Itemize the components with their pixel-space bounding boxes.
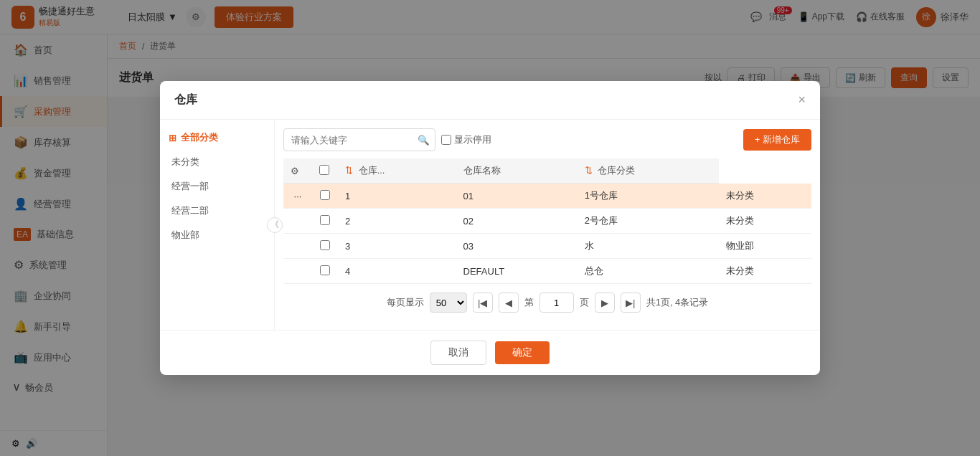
category-panel: ⊞ 全部分类 未分类 经营一部 经营二部 物业部 《 (160, 120, 275, 330)
row-category: 物业部 (719, 234, 811, 259)
sort-icon: ⇅ (345, 165, 353, 176)
page-label-pre: 第 (524, 296, 534, 309)
dialog-footer: 取消 确定 (160, 330, 820, 375)
table-row[interactable]: 3 03 水 物业部 (283, 234, 811, 259)
row-name: 总仓 (578, 259, 720, 284)
search-container: 🔍 (283, 128, 435, 151)
page-label-post: 页 (580, 296, 589, 309)
dialog-header: 仓库 × (160, 81, 820, 120)
show-disabled-toggle[interactable]: 显示停用 (441, 133, 491, 146)
row-index: 1 (338, 184, 456, 209)
row-code: 02 (456, 209, 578, 234)
row-category: 未分类 (719, 259, 811, 284)
category-item-dept2[interactable]: 经营二部 (160, 199, 274, 223)
table-row[interactable]: 2 02 2号仓库 未分类 (283, 209, 811, 234)
category-item-property[interactable]: 物业部 (160, 223, 274, 247)
row-checkbox (312, 184, 338, 209)
col-checkbox (312, 158, 338, 184)
table-toolbar: 🔍 显示停用 + 新增仓库 (283, 128, 811, 151)
category-item-dept1[interactable]: 经营一部 (160, 174, 274, 199)
row-name: 1号仓库 (578, 184, 720, 209)
row-settings[interactable] (283, 209, 312, 234)
table-panel: 🔍 显示停用 + 新增仓库 ⚙ ⇅ (275, 120, 820, 330)
row-category: 未分类 (719, 209, 811, 234)
total-info: 共1页, 4条记录 (646, 296, 709, 309)
show-disabled-checkbox[interactable] (441, 135, 451, 145)
grid-icon: ⊞ (169, 133, 176, 143)
collapse-panel-button[interactable]: 《 (267, 217, 283, 233)
row-settings[interactable]: ··· (283, 184, 312, 209)
dialog-title: 仓库 (174, 92, 197, 108)
table-row[interactable]: ··· 1 01 1号仓库 未分类 (283, 184, 811, 209)
all-category-button[interactable]: ⊞ 全部分类 (160, 125, 274, 150)
warehouse-table: ⚙ ⇅ 仓库... 仓库名称 ⇅ 仓库分类 (283, 158, 811, 284)
per-page-select[interactable]: 50 20 100 (430, 293, 467, 313)
row-select-checkbox[interactable] (320, 240, 330, 250)
row-more-icon: ··· (294, 191, 302, 201)
col-code[interactable]: ⇅ 仓库... (338, 158, 456, 184)
per-page-label: 每页显示 (387, 296, 424, 309)
row-select-checkbox[interactable] (320, 215, 330, 225)
search-input[interactable] (283, 128, 435, 151)
warehouse-dialog: 仓库 × ⊞ 全部分类 未分类 经营一部 经营二部 物业部 《 (160, 81, 820, 375)
row-checkbox (312, 234, 338, 259)
row-index: 4 (338, 259, 456, 284)
row-category: 未分类 (719, 184, 811, 209)
page-number-input[interactable] (540, 293, 574, 313)
cancel-button[interactable]: 取消 (430, 341, 486, 365)
last-page-button[interactable]: ▶| (621, 293, 641, 313)
row-code: 03 (456, 234, 578, 259)
row-checkbox (312, 209, 338, 234)
col-category: ⇅ 仓库分类 (578, 158, 720, 184)
first-page-button[interactable]: |◀ (473, 293, 493, 313)
all-category-label: 全部分类 (181, 131, 218, 144)
row-index: 3 (338, 234, 456, 259)
row-select-checkbox[interactable] (320, 190, 330, 200)
col-settings: ⚙ (283, 158, 312, 184)
next-page-button[interactable]: ▶ (595, 293, 615, 313)
add-warehouse-button[interactable]: + 新增仓库 (743, 129, 811, 151)
category-item-unclassified[interactable]: 未分类 (160, 150, 274, 174)
row-index: 2 (338, 209, 456, 234)
col-name: 仓库名称 (456, 158, 578, 184)
select-all-checkbox[interactable] (319, 165, 329, 175)
row-select-checkbox[interactable] (320, 265, 330, 275)
show-disabled-label: 显示停用 (454, 133, 491, 146)
dialog-body: ⊞ 全部分类 未分类 经营一部 经营二部 物业部 《 🔍 (160, 120, 820, 330)
row-code: 01 (456, 184, 578, 209)
row-name: 2号仓库 (578, 209, 720, 234)
confirm-button[interactable]: 确定 (495, 341, 550, 364)
search-button[interactable]: 🔍 (418, 135, 430, 146)
prev-page-button[interactable]: ◀ (499, 293, 519, 313)
table-header-row: ⚙ ⇅ 仓库... 仓库名称 ⇅ 仓库分类 (283, 158, 811, 184)
sort-icon-cat: ⇅ (585, 165, 593, 176)
table-row[interactable]: 4 DEFAULT 总仓 未分类 (283, 259, 811, 284)
pagination: 每页显示 50 20 100 |◀ ◀ 第 页 ▶ ▶| 共1页, 4条记录 (283, 284, 811, 321)
row-name: 水 (578, 234, 720, 259)
row-settings[interactable] (283, 234, 312, 259)
row-settings[interactable] (283, 259, 312, 284)
row-code: DEFAULT (456, 259, 578, 284)
row-checkbox (312, 259, 338, 284)
dialog-close-button[interactable]: × (798, 92, 806, 108)
